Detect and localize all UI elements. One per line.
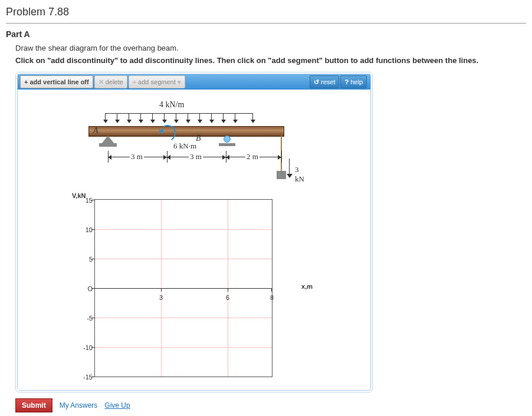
point-a-label: A <box>93 126 98 136</box>
prompt-text: Draw the shear diagram for the overhang … <box>15 44 526 52</box>
add-vertical-line-button[interactable]: + add vertical line off <box>20 75 93 88</box>
point-force-label: 3 kN <box>295 165 307 184</box>
x-tick-3: 3 <box>155 294 167 301</box>
add-segment-label: add segment <box>138 78 176 85</box>
help-label: help <box>350 78 363 85</box>
add-segment-button[interactable]: + add segment ▾ <box>129 75 185 88</box>
chevron-down-icon: ▾ <box>178 78 181 86</box>
problem-title: Problem 7.88 <box>6 6 526 18</box>
delete-label: delete <box>106 78 123 85</box>
span-1-label: 3 m <box>130 152 144 161</box>
end-weight <box>277 171 286 179</box>
roller-support-b <box>221 136 234 146</box>
part-label: Part A <box>6 29 526 39</box>
x-tick-8: 8 <box>266 294 278 301</box>
add-vertical-line-label: add vertical line off <box>29 78 88 85</box>
drawing-widget: + add vertical line off ✕ delete + add s… <box>15 72 373 392</box>
give-up-text: Give Up <box>104 401 130 410</box>
canvas-area[interactable]: 4 kN/m A B 6 kN·m 3 k <box>18 90 369 390</box>
help-icon: ? <box>344 78 349 85</box>
x-axis <box>95 288 272 289</box>
y-tick-15: 15 <box>78 197 93 204</box>
x-tick-6: 6 <box>222 294 234 301</box>
widget-toolbar: + add vertical line off ✕ delete + add s… <box>18 74 370 90</box>
point-b-label: B <box>196 134 201 143</box>
my-answers-link[interactable]: My Answers <box>60 401 98 410</box>
submit-row: Submit My Answers Give Up <box>15 398 526 412</box>
instructions-text: Click on "add discontinuity" to add disc… <box>15 56 526 65</box>
shear-graph[interactable]: V,kN <box>94 196 295 382</box>
span-3-label: 2 m <box>245 152 260 161</box>
y-tick-5: 5 <box>78 256 93 263</box>
y-tick-0: O <box>78 285 93 292</box>
give-up-link[interactable]: Give Up <box>104 401 130 410</box>
plus-icon: + <box>24 78 28 85</box>
plus-icon: + <box>133 78 136 85</box>
span-2-label: 3 m <box>189 152 203 161</box>
y-tick-n15: -15 <box>78 374 93 381</box>
divider <box>6 23 526 24</box>
y-tick-10: 10 <box>78 226 93 233</box>
reset-label: reset <box>321 78 335 85</box>
pin-support-a <box>101 136 114 147</box>
delete-button[interactable]: ✕ delete <box>94 75 127 88</box>
x-axis-label: x,m <box>301 283 313 290</box>
y-tick-n5: -5 <box>78 315 93 322</box>
x-icon: ✕ <box>98 78 104 86</box>
distributed-load-arrows <box>105 113 252 126</box>
reset-button[interactable]: ↺ reset <box>310 75 339 88</box>
beam-bar <box>88 126 284 137</box>
plot-area[interactable]: 15 10 5 O -5 -10 -15 3 6 8 <box>94 199 272 377</box>
y-tick-n10: -10 <box>78 344 93 351</box>
moment-label: 6 kN·m <box>173 141 196 151</box>
distributed-load-label: 4 kN/m <box>159 100 184 110</box>
reset-icon: ↺ <box>314 78 319 86</box>
end-force-arrow <box>289 159 290 177</box>
submit-button[interactable]: Submit <box>15 398 52 412</box>
help-button[interactable]: ? help <box>340 75 367 88</box>
